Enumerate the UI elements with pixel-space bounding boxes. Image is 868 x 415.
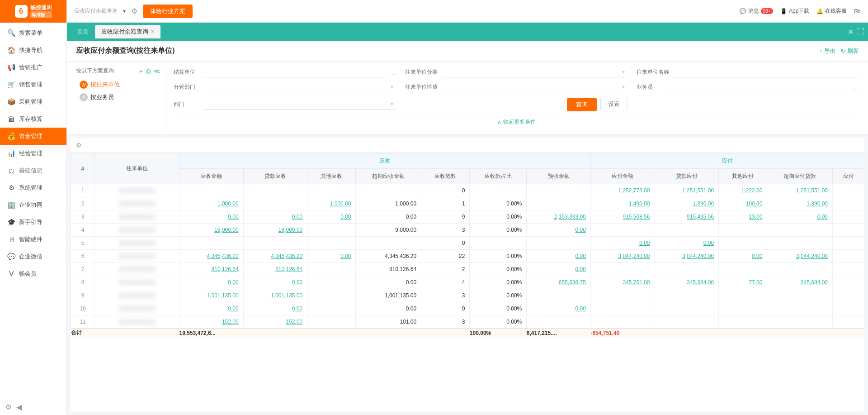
table-footer: 合计 19,553,472,6... 100.00% 6,417,215....… (71, 329, 864, 337)
add-plan-button[interactable]: + (139, 67, 143, 75)
dept-select[interactable]: ▾ (204, 99, 396, 110)
filter-fields: 结算单位 … 往来单位分类 ▾ 往来单位名称 分管部门 (166, 67, 859, 129)
hardware-icon: 🖥 (7, 236, 15, 243)
table-area: ⚙ # 往来单位 应收 应付 应收金额 贷款应收 其他应收 超期应收金额 (71, 138, 864, 411)
row-num: 9 (71, 289, 95, 302)
row-partner (95, 224, 179, 237)
sidebar-item-system[interactable]: ⚙ 系统管理 (0, 179, 66, 196)
more-plan-button[interactable]: ≪ (154, 67, 160, 75)
sidebar-item-base[interactable]: 🗂 基础信息 (0, 162, 66, 179)
footer-label: 合计 (71, 329, 179, 337)
filter-salesperson: 业务员 … (637, 82, 859, 92)
inventory-icon: 🏛 (7, 115, 15, 123)
purchase-icon: 📦 (7, 98, 15, 106)
tab-balance-label: 应收应付余额查询 (101, 28, 148, 36)
footer-ar-amount[interactable]: 19,553,472,6... (179, 329, 243, 337)
col-ap-other: 其他应付 (719, 169, 767, 184)
unit-nature-select[interactable]: ▾ (441, 82, 627, 92)
solution-button[interactable]: 体验行业方案 (143, 5, 193, 18)
collapse-filter-button[interactable]: ∧ 收起更多条件 (174, 115, 859, 129)
download-icon: 📱 (780, 8, 787, 14)
col-ap-extra: 应付 (833, 169, 864, 184)
col-ar-ratio: 应收款占比 (470, 169, 527, 184)
salesperson-input[interactable] (667, 82, 848, 92)
sidebar-item-enterprise[interactable]: 🏢 企业协同 (0, 196, 66, 214)
sidebar-menu: 🔍 搜索菜单 🏠 快捷导航 📢 营销推广 🛒 销售管理 📦 采购管理 🏛 库存核… (0, 23, 66, 399)
footer-ap-amount: -654,751.40 (590, 329, 655, 337)
plan-staff-icon: ⏱ (80, 93, 88, 101)
filter-unit-category: 往来单位分类 ▾ (405, 67, 627, 77)
tab-maximize-icon[interactable]: ⛶ (857, 28, 864, 36)
tab-close-icon[interactable]: × (151, 29, 154, 35)
col-ap-amount: 应付金额 (590, 169, 655, 184)
footer-ar-ratio: 100.00% (470, 329, 527, 337)
filter-unit-nature: 往来单位性质 ▾ (405, 82, 627, 92)
system-icon: ⚙ (7, 184, 15, 192)
col-ar-other: 其他应收 (307, 169, 356, 184)
unit-category-select[interactable]: ▾ (441, 67, 627, 77)
col-partner: 往来单位 (95, 153, 179, 184)
edit-plan-button[interactable]: ◎ (146, 67, 151, 75)
sidebar-item-purchase[interactable]: 📦 采购管理 (0, 93, 66, 110)
col-ar-amount: 应收金额 (179, 169, 243, 184)
collapse-icon: ∧ (497, 119, 501, 125)
row-num: 6 (71, 250, 95, 263)
member-icon: Ⅴ (7, 270, 15, 278)
sidebar-item-inventory[interactable]: 🏛 库存核算 (0, 110, 66, 128)
row-num: 11 (71, 315, 95, 329)
header-gear-icon[interactable]: ⚙ (131, 7, 137, 15)
sidebar-item-wechat[interactable]: 💬 企业微信 (0, 248, 66, 265)
table-wrapper[interactable]: # 往来单位 应收 应付 应收金额 贷款应收 其他应收 超期应收金额 应收笔数 … (71, 153, 864, 411)
export-button[interactable]: ↑ 导出 (820, 47, 836, 55)
sidebar-item-guide[interactable]: 🎓 新手引导 (0, 214, 66, 231)
page-actions: ↑ 导出 ↻ 刷新 (820, 47, 859, 55)
unit-name-input[interactable] (673, 67, 859, 77)
settings-bottom-icon[interactable]: ⚙ (5, 403, 12, 411)
filter-unit-name: 往来单位名称 (637, 67, 859, 77)
table-row: 4 18,000.00 18,000.00 9,000.00 3 0.00% 0… (71, 224, 864, 237)
sidebar-item-operations[interactable]: 📊 经营管理 (0, 145, 66, 162)
home-icon: 🏠 (7, 46, 15, 54)
plan-by-unit[interactable]: W 按往来单位 (76, 78, 160, 91)
sidebar-item-member[interactable]: Ⅴ 畅会员 (0, 265, 66, 282)
user-menu[interactable]: Rit (854, 8, 861, 14)
tab-balance[interactable]: 应收应付余额查询 × (95, 25, 160, 38)
sidebar-item-hardware[interactable]: 🖥 智能硬件 (0, 231, 66, 248)
collapse-sidebar-icon[interactable]: ◀ (16, 403, 22, 411)
sidebar-item-search[interactable]: 🔍 搜索菜单 (0, 24, 66, 42)
messages-button[interactable]: 💬 消息 99+ (740, 7, 773, 15)
guide-icon: 🎓 (7, 218, 15, 226)
header-dropdown-icon[interactable]: ▾ (123, 8, 126, 14)
row-partner (95, 289, 179, 302)
sidebar-item-marketing[interactable]: 📢 营销推广 (0, 59, 66, 76)
table-row: 11 152.00 152.00 101.00 3 0.00% (71, 315, 864, 329)
row-num: 10 (71, 302, 95, 315)
online-service-button[interactable]: 🔔 在线客服 (816, 7, 847, 15)
plan-by-staff[interactable]: ⏱ 按业务员 (76, 91, 160, 104)
col-ap-loan: 贷款应付 (655, 169, 719, 184)
table-settings-icon[interactable]: ⚙ (76, 142, 82, 149)
settlement-unit-input[interactable] (204, 67, 385, 77)
settlement-unit-dots[interactable]: … (389, 68, 396, 76)
table-row: 8 0.00 0.00 0.00 4 0.00% 655,636.75 345,… (71, 276, 864, 289)
dept-manage-select[interactable]: ▾ (204, 82, 396, 92)
tab-home[interactable]: 首页 (71, 25, 95, 38)
settings-button[interactable]: 设置 (600, 97, 627, 111)
col-ar-loan: 贷款应收 (243, 169, 307, 184)
app-download-button[interactable]: 📱 App下载 (780, 7, 809, 15)
query-button[interactable]: 查询 (567, 98, 597, 111)
row-partner (95, 302, 179, 315)
header: 应收应付余额查询 ▾ ⚙ 体验行业方案 💬 消息 99+ 📱 App下载 🔔 在… (67, 0, 868, 23)
sidebar-item-quick[interactable]: 🏠 快捷导航 (0, 42, 66, 59)
sidebar-item-sales[interactable]: 🛒 销售管理 (0, 76, 66, 93)
footer-ar-prepay[interactable]: 6,417,215.... (527, 329, 591, 337)
col-ar-prepay: 预收余额 (527, 169, 591, 184)
sidebar-item-finance[interactable]: 💰 资金管理 (0, 128, 66, 145)
tab-close-window-icon[interactable]: ✕ (848, 28, 854, 36)
table-row: 6 4,345,436.20 4,345,436.20 0.00 4,345,4… (71, 250, 864, 263)
refresh-button[interactable]: ↻ 刷新 (840, 47, 859, 55)
salesperson-dots[interactable]: … (852, 83, 859, 91)
header-actions: 💬 消息 99+ 📱 App下载 🔔 在线客服 Rit (740, 7, 861, 15)
col-rownum: # (71, 153, 95, 184)
row-partner (95, 250, 179, 263)
